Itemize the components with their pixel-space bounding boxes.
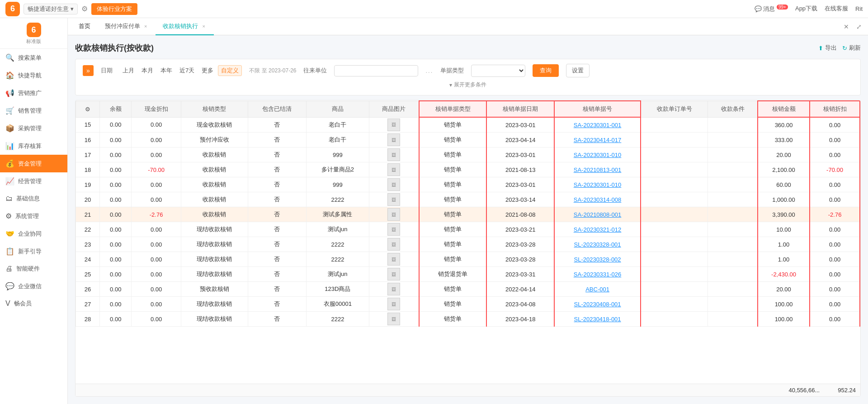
sidebar-logo: 6 标准版 [0, 18, 67, 49]
sidebar-item-basic[interactable]: 🗂 基础信息 [0, 190, 67, 207]
sidebar-item-purchase[interactable]: 📦 采购管理 [0, 119, 67, 137]
company-selector[interactable]: 畅捷通诺好生意 ▾ [24, 4, 78, 14]
industry-btn[interactable]: 体验行业方案 [91, 3, 137, 15]
footer-cancel-amount: 40,556,66... [789, 387, 820, 394]
row-goods: 多计量商品2 [306, 162, 369, 177]
sidebar-item-inventory[interactable]: 📊 库存核算 [0, 137, 67, 155]
sidebar-logo-subtext: 标准版 [26, 38, 41, 45]
refresh-icon: ↻ [842, 45, 847, 52]
row-balance: 0.00 [100, 192, 132, 207]
row-cancel-bill-no[interactable]: SL-20230328-001 [554, 237, 641, 252]
row-balance: 0.00 [100, 162, 132, 177]
row-cancel-bill-date: 2023-04-08 [486, 297, 554, 312]
tab-receipts[interactable]: 收款核销执行 × [156, 18, 213, 35]
sidebar-item-label: 新手引导 [18, 247, 42, 256]
export-btn[interactable]: ⬆ 导出 [818, 44, 837, 52]
goods-image-cell: 🖼 [369, 147, 419, 162]
top-bar-right: 💬 消息 99+ App下载 在线客服 Rit [755, 5, 863, 13]
row-balance: 0.00 [100, 252, 132, 267]
row-balance: 0.00 [100, 237, 132, 252]
sidebar-item-system[interactable]: ⚙ 系统管理 [0, 207, 67, 225]
date-btn-7days[interactable]: 近7天 [177, 66, 197, 76]
table-scroll[interactable]: ⚙ 余额 现金折扣 核销类型 包含已结清 商品 商品图片 核销单据类型 核销单据… [75, 100, 860, 384]
bill-type-select[interactable] [471, 65, 525, 77]
tab-prepay-close[interactable]: × [143, 23, 148, 29]
row-cancel-bill-no[interactable]: SA-20230321-012 [554, 222, 641, 237]
row-cancel-amount: 10.00 [758, 222, 810, 237]
tab-home[interactable]: 首页 [71, 18, 98, 35]
filter-settings-btn[interactable]: 设置 [566, 64, 590, 77]
settings-icon: ⚙ [85, 106, 90, 113]
messages-btn[interactable]: 💬 消息 99+ [755, 5, 788, 13]
tab-prepay[interactable]: 预付冲应付单 × [98, 18, 156, 35]
row-cancel-bill-no[interactable]: SL-20230408-001 [554, 297, 641, 312]
row-receipt-order-no [641, 133, 708, 147]
sidebar-item-vip[interactable]: V 畅会员 [0, 295, 67, 312]
th-settings[interactable]: ⚙ [76, 101, 100, 117]
row-cancel-bill-no[interactable]: SA-20230331-026 [554, 267, 641, 282]
tab-bar-actions: ✕ ⤢ [841, 21, 864, 32]
date-btn-last-month[interactable]: 上月 [120, 66, 137, 76]
row-cancel-bill-no[interactable]: SL-20230328-002 [554, 252, 641, 267]
sidebar-item-sales[interactable]: 🛒 销售管理 [0, 102, 67, 119]
date-btn-this-year[interactable]: 本年 [158, 66, 175, 76]
row-include-cleared: 否 [248, 207, 306, 222]
expand-conditions-btn[interactable]: ▾ 展开更多条件 [83, 81, 853, 89]
goods-image-cell: 🖼 [369, 312, 419, 327]
row-id: 26 [76, 282, 100, 297]
app-download-btn[interactable]: App下载 [795, 5, 817, 13]
guide-icon: 📋 [5, 247, 14, 256]
row-cancel-discount: 0.00 [810, 133, 860, 147]
row-cancel-bill-no[interactable]: SL-20230418-001 [554, 312, 641, 327]
row-cancel-amount: 333.00 [758, 133, 810, 147]
row-receipt-condition [708, 222, 758, 237]
sidebar-item-marketing[interactable]: 📢 营销推广 [0, 84, 67, 102]
goods-image-cell: 🖼 [369, 192, 419, 207]
date-btn-more[interactable]: 更多 [199, 66, 216, 76]
sidebar-item-finance[interactable]: 💰 资金管理 [0, 155, 67, 172]
row-include-cleared: 否 [248, 237, 306, 252]
date-btn-custom[interactable]: 自定义 [218, 65, 242, 76]
maximize-btn[interactable]: ⤢ [854, 21, 864, 32]
close-window-btn[interactable]: ✕ [841, 21, 852, 32]
sidebar-item-business[interactable]: 📈 经营管理 [0, 172, 67, 190]
sidebar-item-label: 系统管理 [15, 212, 39, 220]
row-receipt-order-no [641, 282, 708, 297]
row-cancel-bill-no[interactable]: SA-20230301-001 [554, 117, 641, 133]
row-cancel-type: 现金收款核销 [181, 117, 248, 133]
from-unit-input[interactable] [334, 65, 418, 76]
row-cancel-bill-no[interactable]: SA-20230414-017 [554, 133, 641, 147]
row-cancel-bill-type: 销货单 [419, 162, 487, 177]
filter-collapse-btn[interactable]: » [83, 65, 94, 76]
row-cancel-bill-no[interactable]: SA-20210808-001 [554, 207, 641, 222]
row-cancel-bill-no[interactable]: SA-20210813-001 [554, 162, 641, 177]
row-cancel-bill-no[interactable]: ABC-001 [554, 282, 641, 297]
sidebar-item-enterprise[interactable]: 🤝 企业协同 [0, 225, 67, 242]
online-service-btn[interactable]: 在线客服 [825, 5, 848, 13]
row-include-cleared: 否 [248, 222, 306, 237]
date-btn-this-month[interactable]: 本月 [139, 66, 156, 76]
row-cancel-bill-no[interactable]: SA-20230301-010 [554, 177, 641, 192]
sidebar-item-shortcut[interactable]: 🏠 快捷导航 [0, 67, 67, 84]
sidebar-item-hardware[interactable]: 🖨 智能硬件 [0, 260, 67, 277]
row-receipt-order-no [641, 147, 708, 162]
th-goods-image: 商品图片 [369, 101, 419, 117]
sales-icon: 🛒 [5, 106, 14, 115]
search-btn[interactable]: 查询 [533, 64, 559, 77]
row-cancel-bill-no[interactable]: SA-20230301-010 [554, 147, 641, 162]
tab-receipts-close[interactable]: × [201, 23, 206, 29]
row-include-cleared: 否 [248, 177, 306, 192]
export-icon: ⬆ [818, 45, 823, 52]
gear-icon[interactable]: ⚙ [81, 5, 88, 13]
goods-image-cell: 🖼 [369, 237, 419, 252]
refresh-btn[interactable]: ↻ 刷新 [842, 44, 861, 52]
inventory-icon: 📊 [5, 142, 14, 150]
sidebar-item-guide[interactable]: 📋 新手引导 [0, 242, 67, 260]
row-cash-discount: 0.00 [132, 282, 181, 297]
row-cancel-bill-type: 销货单 [419, 117, 487, 133]
sidebar-item-wechat[interactable]: 💬 企业微信 [0, 277, 67, 295]
row-cash-discount: 0.00 [132, 117, 181, 133]
row-cancel-bill-no[interactable]: SA-20230314-008 [554, 192, 641, 207]
sidebar-item-search[interactable]: 🔍 搜索菜单 [0, 49, 67, 67]
th-cancel-bill-type: 核销单据类型 [419, 101, 487, 117]
